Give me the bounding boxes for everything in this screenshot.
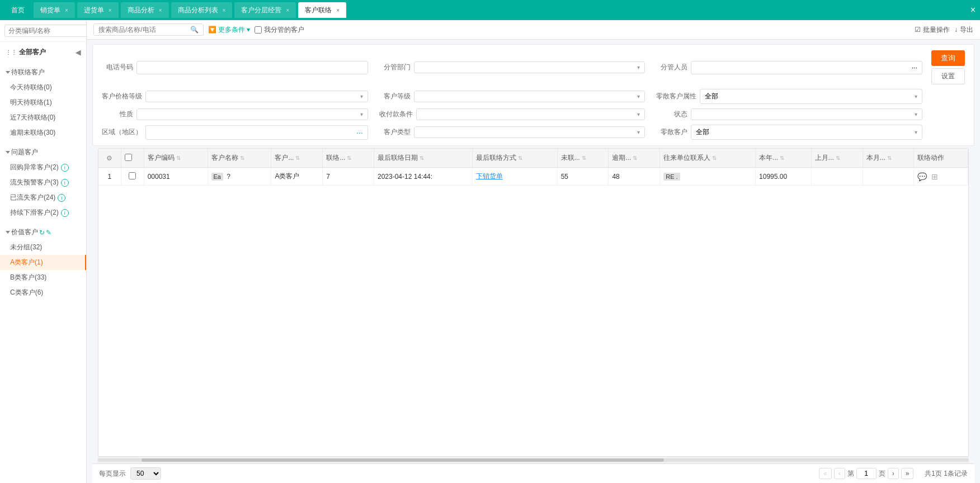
nav-tab-customer-contact-close[interactable]: × <box>336 7 340 13</box>
search-input[interactable] <box>98 26 188 34</box>
chat-icon[interactable]: 💬 <box>917 172 927 181</box>
filter-dept: 分管部门 ▾ <box>379 61 646 73</box>
sidebar-collapse-icon[interactable]: ◀ <box>76 49 81 56</box>
qr-icon[interactable]: ⊞ <box>931 172 938 181</box>
nav-tab-product-list-close[interactable]: × <box>223 7 226 13</box>
th-this-month[interactable]: 本月... ⇅ <box>863 149 914 168</box>
first-page-button[interactable]: « <box>819 468 832 479</box>
filter-settings-button[interactable]: 设置 <box>931 68 965 84</box>
edit-icon[interactable]: ✎ <box>46 229 51 236</box>
sidebar-item-churned[interactable]: 已流失客户(24) i <box>0 190 86 205</box>
phone-label: 电话号码 <box>102 63 133 72</box>
th-code[interactable]: 客户编码 ⇅ <box>144 149 208 168</box>
sidebar-all-customers-header[interactable]: ⋮⋮ 全部客户 ◀ <box>0 44 86 60</box>
last-page-button[interactable]: » <box>901 468 914 479</box>
nav-tab-customer-segment-close[interactable]: × <box>286 7 289 13</box>
next-page-button[interactable]: › <box>888 468 899 479</box>
th-no-contact-days[interactable]: 未联... ⇅ <box>557 149 609 168</box>
dept-select[interactable]: ▾ <box>414 61 646 73</box>
gear-icon[interactable]: ⚙ <box>106 154 112 162</box>
sidebar-item-c-class[interactable]: C类客户(6) <box>0 285 86 300</box>
export-button[interactable]: ↓ 导出 <box>954 25 973 35</box>
more-filters-button[interactable]: 🔽 更多条件 ▾ <box>208 25 250 35</box>
sidebar-item-b-class[interactable]: B类客户(33) <box>0 270 86 285</box>
refresh-icon[interactable]: ↻ <box>39 229 45 236</box>
nature-select[interactable]: ▾ <box>136 108 368 120</box>
sidebar-search-area: 🔍 <box>0 20 86 42</box>
status-select[interactable]: ▾ <box>691 108 922 120</box>
th-last-contact-date[interactable]: 最后联络日期 ⇅ <box>374 149 473 168</box>
retail-attr-arrow: ▾ <box>915 93 917 100</box>
th-company-contacts[interactable]: 往来单位联系人 ⇅ <box>660 149 756 168</box>
retail-attr-select[interactable]: 全部 ▾ <box>700 89 922 104</box>
per-page-select[interactable]: 50 100 200 <box>130 467 161 480</box>
phone-input[interactable] <box>136 61 368 74</box>
scrollbar-thumb[interactable] <box>142 458 664 462</box>
nav-tab-purchase-close[interactable]: × <box>109 7 112 13</box>
nav-tab-sales-close[interactable]: × <box>65 7 68 13</box>
page-number-input[interactable] <box>856 468 877 479</box>
th-this-year[interactable]: 本年... ⇅ <box>756 149 812 168</box>
sidebar-search-input[interactable] <box>4 25 87 37</box>
nav-tab-customer-segment[interactable]: 客户分层经营 × <box>234 2 296 18</box>
nav-tab-product-analysis[interactable]: 商品分析 × <box>121 2 169 18</box>
value-customers-header[interactable]: 价值客户 ↻ ✎ <box>0 225 86 240</box>
filter-customer-level: 客户等级 ▾ <box>379 91 646 102</box>
retail-customer-select[interactable]: 全部 ▾ <box>691 125 922 140</box>
sidebar-item-7days[interactable]: 近7天待联络(0) <box>0 110 86 125</box>
main-layout: 🔍 ⋮⋮ 全部客户 ◀ 待联络客户 今天待联络(0) 明天待联络(1) 近7天待… <box>0 20 980 483</box>
nav-tab-product-list[interactable]: 商品分析列表 × <box>171 2 233 18</box>
region-dots: ··· <box>356 128 363 137</box>
horizontal-scrollbar[interactable] <box>98 457 969 463</box>
last-contact-method-link[interactable]: 下销货单 <box>476 172 503 180</box>
th-category[interactable]: 客户... ⇅ <box>271 149 323 168</box>
sort-icon-last-month: ⇅ <box>836 155 840 161</box>
sort-icon-last-contact-method: ⇅ <box>518 155 522 161</box>
th-gear[interactable]: ⚙ <box>98 149 121 168</box>
batch-operation-button[interactable]: ☑ 批量操作 <box>915 25 950 35</box>
region-select[interactable]: ··· <box>145 125 368 140</box>
query-button[interactable]: 查询 <box>931 50 965 66</box>
action-icons: 💬 ⊞ <box>917 172 964 181</box>
customer-level-select[interactable]: ▾ <box>414 91 646 102</box>
price-level-select[interactable]: ▾ <box>145 91 368 102</box>
info-icon: i <box>61 164 69 172</box>
prev-page-button[interactable]: ‹ <box>834 468 845 479</box>
nav-tab-sales[interactable]: 销货单 × <box>34 2 75 18</box>
sidebar-item-a-class[interactable]: A类客户(1) <box>0 255 86 270</box>
search-icon[interactable]: 🔍 <box>190 26 199 34</box>
my-customers-checkbox[interactable] <box>255 26 262 34</box>
th-last-contact-method[interactable]: 最后联络方式 ⇅ <box>472 149 557 168</box>
nav-tab-product-analysis-close[interactable]: × <box>159 7 162 13</box>
nav-tab-home[interactable]: 首页 <box>4 2 31 18</box>
filter-row-1: 电话号码 分管部门 ▾ 分管人员 ··· <box>102 50 965 84</box>
cell-last-contact-method: 下销货单 <box>472 168 557 186</box>
select-all-checkbox[interactable] <box>125 154 132 161</box>
row-checkbox[interactable] <box>129 172 136 179</box>
th-name[interactable]: 客户名称 ⇅ <box>208 149 271 168</box>
close-all-tabs-button[interactable]: × <box>970 5 976 15</box>
th-overdue-days[interactable]: 逾期... ⇅ <box>609 149 660 168</box>
triangle-down-icon-3 <box>6 231 10 234</box>
pagination: « ‹ 第 页 › » <box>819 468 913 479</box>
table-section: ⚙ 客户编码 ⇅ <box>87 148 980 483</box>
nav-tab-product-list-label: 商品分析列表 <box>178 6 218 15</box>
th-last-month[interactable]: 上月... ⇅ <box>811 149 863 168</box>
sidebar-item-unclassified[interactable]: 未分组(32) <box>0 240 86 255</box>
filter-payment: 收付款条件 ▾ <box>379 108 646 120</box>
sidebar-item-today[interactable]: 今天待联络(0) <box>0 80 86 95</box>
nav-tab-customer-contact[interactable]: 客户联络 × <box>298 2 346 18</box>
sidebar-item-tomorrow[interactable]: 明天待联络(1) <box>0 95 86 110</box>
sidebar-item-declining[interactable]: 持续下滑客户(2) i <box>0 205 86 220</box>
person-select[interactable]: ··· <box>691 61 922 74</box>
batch-op-icon: ☑ <box>915 26 921 34</box>
payment-select[interactable]: ▾ <box>416 108 646 120</box>
sidebar-item-overdue[interactable]: 逾期未联络(30) <box>0 125 86 140</box>
pending-contacts-header[interactable]: 待联络客户 <box>0 65 86 80</box>
sidebar-item-churn-warning[interactable]: 流失预警客户(3) i <box>0 175 86 190</box>
sidebar-item-repurchase-anomaly[interactable]: 回购异常客户(2) i <box>0 160 86 175</box>
customer-type-select[interactable]: ▾ <box>414 126 646 138</box>
problem-customers-header[interactable]: 问题客户 <box>0 145 86 160</box>
th-contact-count[interactable]: 联络... ⇅ <box>323 149 374 168</box>
nav-tab-purchase[interactable]: 进货单 × <box>77 2 119 18</box>
